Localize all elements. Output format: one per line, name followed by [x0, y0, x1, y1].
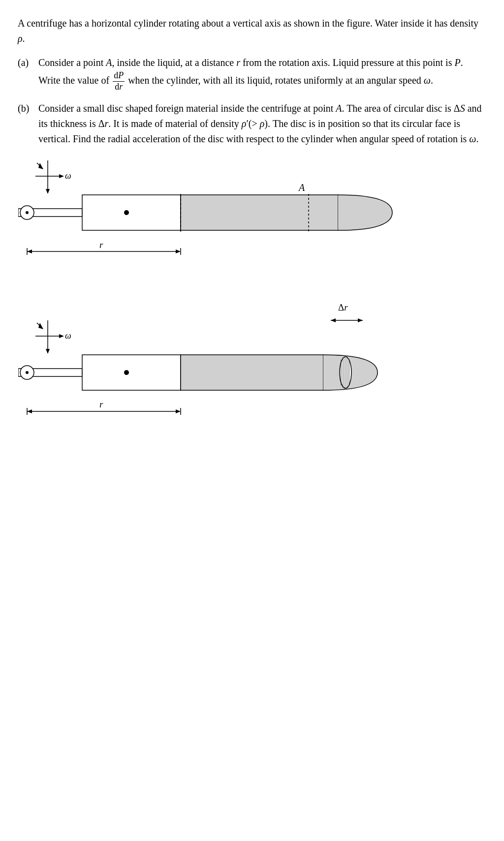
r-dimension-2: r — [27, 399, 181, 415]
diagram-1: ω — [18, 156, 486, 283]
svg-rect-34 — [181, 355, 323, 390]
dP-dr-fraction: dP dr — [113, 70, 125, 92]
svg-point-31 — [26, 371, 29, 374]
diagram-2: Δr ω — [18, 298, 486, 451]
svg-marker-3 — [59, 174, 64, 178]
svg-marker-25 — [46, 349, 50, 354]
svg-marker-43 — [176, 409, 181, 413]
svg-marker-22 — [358, 318, 363, 322]
svg-point-8 — [26, 211, 29, 214]
rho-symbol: ρ — [18, 33, 23, 44]
svg-marker-2 — [46, 189, 50, 194]
part-a-label: (a) — [18, 55, 38, 92]
part-b-content: Consider a small disc shaped foreign mat… — [38, 101, 486, 147]
svg-marker-16 — [27, 249, 32, 253]
omega-label-a: ω — [424, 75, 431, 86]
svg-marker-28 — [38, 323, 43, 329]
point-a-label: A — [106, 57, 112, 68]
diagram-1-svg: ω — [18, 156, 486, 283]
part-a-content: Consider a point A, inside the liquid, a… — [38, 55, 486, 92]
delta-r-text: Δr — [338, 302, 348, 312]
svg-marker-17 — [176, 249, 181, 253]
omega-label-2: ω — [65, 331, 71, 341]
rotation-axis-indicator-2: ω — [35, 320, 71, 354]
cylinder-body-2 — [18, 355, 378, 390]
r-label-diag2: r — [99, 399, 103, 409]
part-b-label: (b) — [18, 101, 38, 147]
svg-marker-21 — [331, 318, 336, 322]
part-b: (b) Consider a small disc shaped foreign… — [18, 101, 486, 147]
diagrams-section: ω — [18, 156, 486, 451]
svg-point-10 — [124, 210, 129, 215]
delta-r-label: Δr — [331, 302, 363, 322]
svg-rect-32 — [82, 355, 181, 390]
r-label: r — [236, 57, 240, 68]
point-a-label-b: A — [336, 103, 342, 114]
cylinder-body-1: A — [18, 182, 392, 233]
svg-rect-11 — [181, 195, 338, 230]
P-label: P — [454, 57, 460, 68]
part-a: (a) Consider a point A, inside the liqui… — [18, 55, 486, 92]
svg-point-33 — [124, 370, 129, 375]
point-A-label-diag1: A — [298, 182, 305, 193]
svg-marker-5 — [38, 163, 43, 169]
intro-paragraph: A centrifuge has a horizontal cylinder r… — [18, 16, 486, 46]
omega-label-1: ω — [65, 171, 71, 181]
r-label-diag1: r — [99, 240, 103, 250]
svg-point-35 — [340, 357, 351, 388]
svg-marker-42 — [27, 409, 32, 413]
rotation-axis-indicator-1: ω — [35, 160, 71, 194]
fraction-numerator: dP — [113, 70, 125, 82]
diagram-2-svg: Δr ω — [18, 298, 486, 451]
fraction-denominator: dr — [114, 82, 124, 93]
svg-rect-9 — [82, 195, 181, 230]
r-dimension-1: r — [27, 240, 181, 255]
svg-marker-26 — [59, 334, 64, 338]
